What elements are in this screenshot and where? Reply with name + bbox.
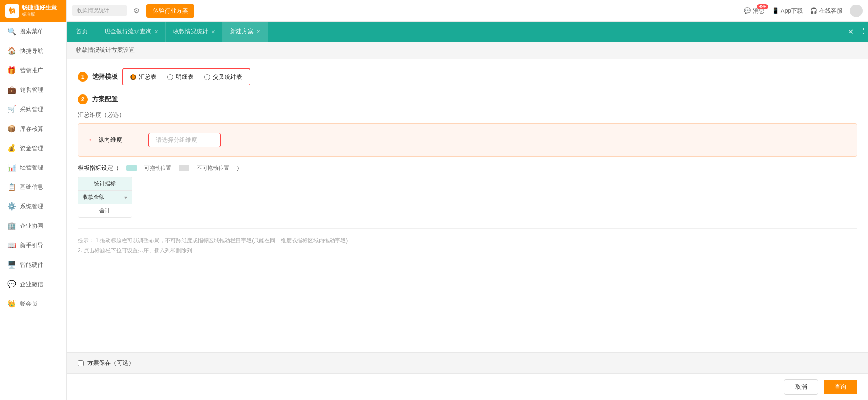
trial-button[interactable]: 体验行业方案 <box>146 4 194 18</box>
tab-bar-controls: ✕ ⛶ <box>848 28 868 36</box>
radio-detail[interactable] <box>167 74 173 80</box>
step2-header: 2 方案配置 <box>78 94 857 104</box>
settings-icon[interactable]: ⚙ <box>130 5 143 17</box>
indicator-legend: 模板指标设定（ 可拖动位置 不可拖动位置 ） <box>78 164 857 172</box>
message-icon: 💬 <box>744 7 751 14</box>
indicator-total: 合计 <box>78 204 132 217</box>
tab-home[interactable]: 首页 <box>67 22 97 42</box>
expand-icon[interactable]: ⛶ <box>857 28 864 36</box>
close-bank-flow-icon[interactable]: ✕ <box>154 29 158 35</box>
dimension-selector[interactable]: 请选择分组维度 <box>148 133 221 147</box>
search-menu-icon: 🔍 <box>7 27 16 36</box>
content-area: 收款情况统计方案设置 1 选择模板 汇总表 明细表 <box>67 42 868 400</box>
sidebar-item-sales[interactable]: 💼 销售管理 <box>0 80 66 99</box>
sidebar-item-marketing[interactable]: 🎁 营销推广 <box>0 61 66 80</box>
basic-icon: 📋 <box>7 183 16 191</box>
breadcrumb: 收款情况统计 <box>72 5 127 16</box>
sidebar-item-purchase[interactable]: 🛒 采购管理 <box>0 99 66 119</box>
indicator-cell-amount[interactable]: 收款金额 ▾ <box>78 191 132 204</box>
tab-bar: 首页 现金银行流水查询 ✕ 收款情况统计 ✕ 新建方案 ✕ ✕ ⛶ <box>67 22 868 42</box>
tab-bank-flow[interactable]: 现金银行流水查询 ✕ <box>97 22 166 42</box>
draggable-label: 可拖动位置 <box>144 165 171 172</box>
option-summary[interactable]: 汇总表 <box>130 73 156 81</box>
sidebar-item-inventory[interactable]: 📦 库存核算 <box>0 119 66 138</box>
sidebar-item-finance[interactable]: 💰 资金管理 <box>0 138 66 158</box>
option-detail[interactable]: 明细表 <box>167 73 193 81</box>
sidebar-item-system[interactable]: ⚙️ 系统管理 <box>0 197 66 216</box>
purchase-icon: 🛒 <box>7 105 16 113</box>
online-service-button[interactable]: 🎧 在线客服 <box>810 7 843 15</box>
save-option-label[interactable]: 方案保存（可选） <box>87 359 134 367</box>
header-left: 收款情况统计 ⚙ 体验行业方案 <box>72 4 194 18</box>
close-new-plan-icon[interactable]: ✕ <box>256 29 260 35</box>
app-download-button[interactable]: 📱 App下载 <box>772 7 803 15</box>
tip-line-1: 提示： 1.拖动标题栏可以调整布局，不可跨维度或指标区域拖动栏目字段(只能在同一… <box>78 236 857 246</box>
inventory-icon: 📦 <box>7 124 16 133</box>
fixed-label: 不可拖动位置 <box>197 165 229 172</box>
step2-badge: 2 <box>78 94 88 104</box>
member-icon: 👑 <box>7 299 16 308</box>
sidebar-item-wechat[interactable]: 💬 企业微信 <box>0 274 66 294</box>
dimension-row: * 纵向维度 —— 请选择分组维度 <box>89 133 846 147</box>
sidebar: 畅 畅捷通好生意 标准版 🔍 搜索菜单 🏠 快捷导航 🎁 营销推广 💼 销售管理… <box>0 0 67 400</box>
marketing-icon: 🎁 <box>7 66 16 75</box>
hardware-icon: 🖥️ <box>7 260 16 269</box>
tab-receipt-stat[interactable]: 收款情况统计 ✕ <box>166 22 223 42</box>
finance-icon: 💰 <box>7 144 16 152</box>
operation-icon: 📊 <box>7 163 16 172</box>
indicator-legend-close: ） <box>236 164 242 172</box>
dropdown-arrow-icon[interactable]: ▾ <box>124 194 127 201</box>
step1-title: 选择模板 <box>92 73 118 81</box>
system-icon: ⚙️ <box>7 202 16 211</box>
sidebar-item-hardware[interactable]: 🖥️ 智能硬件 <box>0 255 66 274</box>
user-avatar[interactable] <box>850 5 863 17</box>
tab-new-plan[interactable]: 新建方案 ✕ <box>223 22 268 42</box>
step1-section: 1 选择模板 汇总表 明细表 交叉统计表 <box>78 68 857 85</box>
logo-text: 畅捷通好生意 标准版 <box>22 4 57 18</box>
option-cross[interactable]: 交叉统计表 <box>204 73 242 81</box>
sidebar-logo: 畅 畅捷通好生意 标准版 <box>0 0 66 22</box>
sidebar-item-basic[interactable]: 📋 基础信息 <box>0 177 66 197</box>
fixed-color <box>179 165 189 171</box>
step2-title: 方案配置 <box>92 95 118 104</box>
radio-summary[interactable] <box>130 74 136 80</box>
indicator-table-header: 统计指标 <box>78 177 132 191</box>
close-tab-icon[interactable]: ✕ <box>848 28 854 36</box>
tips-area: 提示： 1.拖动标题栏可以调整布局，不可跨维度或指标区域拖动栏目字段(只能在同一… <box>78 228 857 255</box>
app-icon: 📱 <box>772 7 779 14</box>
message-button[interactable]: 💬 消息 99+ <box>744 7 764 15</box>
footer-bar: 取消 查询 <box>67 373 868 400</box>
enterprise-icon: 🏢 <box>7 221 16 230</box>
header-right: 💬 消息 99+ 📱 App下载 🎧 在线客服 <box>744 5 863 17</box>
top-header: 收款情况统计 ⚙ 体验行业方案 💬 消息 99+ 📱 App下载 🎧 在线客服 <box>67 0 868 22</box>
dimension-arrow: —— <box>129 137 141 144</box>
form-container: 1 选择模板 汇总表 明细表 交叉统计表 <box>67 59 868 352</box>
dimension-area: * 纵向维度 —— 请选择分组维度 <box>78 123 857 157</box>
save-checkbox[interactable] <box>78 360 84 366</box>
wechat-icon: 💬 <box>7 280 16 288</box>
sidebar-item-guide[interactable]: 📖 新手引导 <box>0 235 66 255</box>
sidebar-item-search[interactable]: 🔍 搜索菜单 <box>0 22 66 41</box>
radio-cross[interactable] <box>204 74 210 80</box>
sidebar-item-quicknav[interactable]: 🏠 快捷导航 <box>0 41 66 61</box>
template-options: 汇总表 明细表 交叉统计表 <box>122 68 250 85</box>
close-receipt-stat-icon[interactable]: ✕ <box>211 29 215 35</box>
tip-line-2: 2. 点击标题栏下拉可设置排序、插入列和删除列 <box>78 246 857 256</box>
step1-badge: 1 <box>78 72 88 82</box>
query-button[interactable]: 查询 <box>824 380 857 394</box>
cancel-button[interactable]: 取消 <box>784 379 818 395</box>
sidebar-nav: 🔍 搜索菜单 🏠 快捷导航 🎁 营销推广 💼 销售管理 🛒 采购管理 📦 库存核… <box>0 22 66 400</box>
step1-header: 1 选择模板 汇总表 明细表 交叉统计表 <box>78 68 857 85</box>
indicator-table: 统计指标 收款金额 ▾ 合计 <box>78 177 132 218</box>
quick-nav-icon: 🏠 <box>7 47 16 55</box>
service-icon: 🎧 <box>810 7 817 14</box>
save-option-bar: 方案保存（可选） <box>67 352 868 373</box>
indicator-section: 模板指标设定（ 可拖动位置 不可拖动位置 ） 统计指标 <box>78 164 857 219</box>
indicator-section-label: 模板指标设定（ <box>78 164 119 172</box>
sidebar-item-operation[interactable]: 📊 经营管理 <box>0 158 66 177</box>
required-mark: * <box>89 137 91 144</box>
guide-icon: 📖 <box>7 241 16 249</box>
sidebar-item-enterprise[interactable]: 🏢 企业协同 <box>0 216 66 235</box>
logo-icon: 畅 <box>5 4 19 18</box>
sidebar-item-member[interactable]: 👑 畅会员 <box>0 294 66 313</box>
